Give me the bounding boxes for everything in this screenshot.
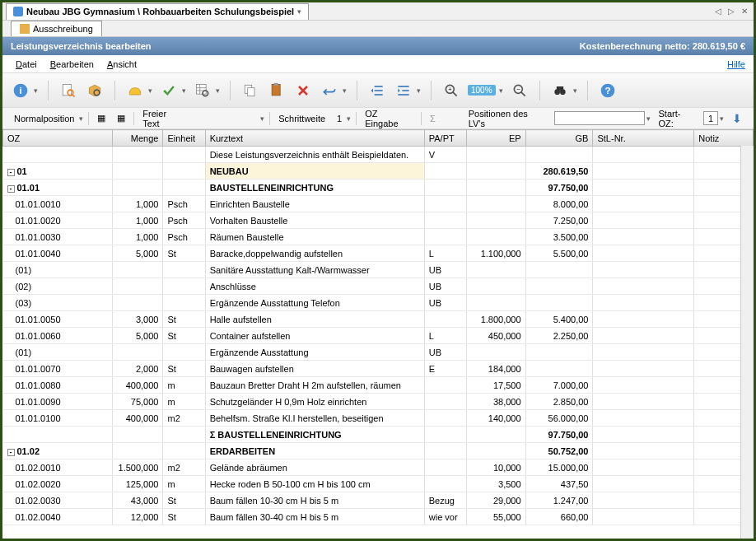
cell-menge[interactable]: 125,000 — [113, 476, 163, 492]
cell-ep[interactable] — [466, 147, 525, 163]
cube-search-icon[interactable] — [85, 81, 105, 100]
cell-ep[interactable]: 1.800,000 — [466, 311, 525, 328]
cell-stl[interactable] — [593, 476, 694, 492]
cell-oz[interactable]: 01.02.0020 — [3, 476, 113, 492]
cell-einheit[interactable]: St — [163, 492, 205, 509]
cell-oz[interactable]: 01.01.0040 — [3, 245, 113, 262]
cell-oz[interactable]: 01.01.0010 — [3, 196, 113, 212]
menu-bearbeiten[interactable]: Bearbeiten — [45, 58, 99, 71]
grid-search-icon[interactable] — [193, 81, 212, 100]
cell-menge[interactable] — [113, 262, 163, 278]
cell-papt[interactable]: UB — [424, 262, 466, 278]
cell-oz[interactable]: 01.01.0020 — [3, 212, 113, 229]
cell-oz[interactable]: 01.02.0030 — [3, 492, 113, 509]
cell-stl[interactable] — [593, 459, 694, 476]
cell-gb[interactable]: 3.500,00 — [525, 229, 593, 245]
cell-stl[interactable] — [593, 163, 694, 180]
cell-kurztext[interactable]: Einrichten Baustelle — [205, 196, 424, 212]
info-icon[interactable]: i — [11, 81, 30, 100]
cell-stl[interactable] — [593, 377, 694, 394]
cell-ep[interactable] — [466, 262, 525, 278]
doc-search-icon[interactable] — [58, 81, 78, 100]
cell-ep[interactable] — [466, 212, 525, 229]
cell-oz[interactable]: 01.01.0090 — [3, 394, 113, 410]
table-row[interactable]: 01.01.00301,000PschRäumen Baustelle3.500… — [3, 229, 754, 245]
table-row[interactable]: 01.01.00101,000PschEinrichten Baustelle8… — [3, 196, 754, 212]
table-row[interactable]: 01.01.00702,000StBauwagen aufstellenE184… — [3, 361, 754, 377]
cell-ep[interactable]: 29,000 — [466, 492, 525, 509]
cell-gb[interactable]: 280.619,50 — [525, 163, 593, 180]
cell-gb[interactable]: 50.752,00 — [525, 443, 593, 459]
cell-kurztext[interactable]: Container aufstellen — [205, 328, 424, 344]
cell-ep[interactable] — [466, 180, 525, 196]
cell-stl[interactable] — [593, 180, 694, 196]
cell-oz[interactable]: -01.02 — [3, 443, 113, 459]
cell-kurztext[interactable]: Sanitäre Ausstattung Kalt-/Warmwasser — [205, 262, 424, 278]
table-row[interactable]: 01.01.00201,000PschVorhalten Baustelle7.… — [3, 212, 754, 229]
cell-oz[interactable]: 01.01.0080 — [3, 377, 113, 394]
cell-papt[interactable] — [424, 196, 466, 212]
cell-stl[interactable] — [593, 147, 694, 163]
menu-datei[interactable]: Datei — [11, 58, 42, 71]
cell-ep[interactable] — [466, 229, 525, 245]
cell-menge[interactable] — [113, 344, 163, 361]
cell-einheit[interactable]: Psch — [163, 196, 205, 212]
subtab-ausschreibung[interactable]: Ausschreibung — [11, 21, 102, 36]
opt-schrittweite-val[interactable]: 1 — [334, 112, 345, 125]
tab-close-icon[interactable]: ✕ — [739, 6, 750, 17]
cell-oz[interactable]: (03) — [3, 295, 113, 311]
cell-ep[interactable]: 3,500 — [466, 476, 525, 492]
dropdown-icon[interactable]: ▾ — [573, 86, 577, 95]
cell-papt[interactable] — [424, 476, 466, 492]
cell-stl[interactable] — [593, 311, 694, 328]
dropdown-icon[interactable]: ▾ — [499, 86, 503, 95]
cell-papt[interactable] — [424, 394, 466, 410]
cell-stl[interactable] — [593, 443, 694, 459]
cell-gb[interactable]: 1.247,00 — [525, 492, 593, 509]
hardhat-icon[interactable] — [125, 81, 145, 100]
cell-einheit[interactable]: St — [163, 328, 205, 344]
cell-menge[interactable]: 400,000 — [113, 377, 163, 394]
check-icon[interactable] — [159, 81, 179, 100]
dropdown-icon[interactable]: ▾ — [347, 114, 351, 123]
cell-oz[interactable] — [3, 427, 113, 443]
indent-icon[interactable] — [394, 81, 413, 100]
cell-kurztext[interactable]: Behelfsm. Straße Kl.I herstellen, beseit… — [205, 410, 424, 427]
cell-oz[interactable]: 01.01.0050 — [3, 311, 113, 328]
cell-kurztext[interactable]: Vorhalten Baustelle — [205, 212, 424, 229]
cell-stl[interactable] — [593, 278, 694, 295]
dropdown-icon[interactable]: ▾ — [34, 86, 38, 95]
cell-menge[interactable]: 43,000 — [113, 492, 163, 509]
table-row[interactable]: (03)Ergänzende Ausstattung TelefonUB — [3, 295, 754, 311]
cell-ep[interactable] — [466, 443, 525, 459]
cell-gb[interactable]: 7.000,00 — [525, 377, 593, 394]
cell-gb[interactable]: 2.250,00 — [525, 328, 593, 344]
cell-menge[interactable] — [113, 278, 163, 295]
cell-ep[interactable]: 140,000 — [466, 410, 525, 427]
cell-kurztext[interactable]: Baum fällen 30-40 cm H bis 5 m — [205, 509, 424, 525]
cell-menge[interactable] — [113, 443, 163, 459]
cell-einheit[interactable]: Psch — [163, 212, 205, 229]
cell-oz[interactable] — [3, 147, 113, 163]
cell-papt[interactable] — [424, 443, 466, 459]
cell-stl[interactable] — [593, 262, 694, 278]
cell-papt[interactable] — [424, 180, 466, 196]
paste-icon[interactable] — [267, 81, 287, 100]
cell-einheit[interactable]: St — [163, 361, 205, 377]
cell-einheit[interactable]: St — [163, 245, 205, 262]
zoom-out-icon[interactable]: − — [510, 81, 530, 100]
positionen-input[interactable] — [554, 111, 645, 125]
cell-einheit[interactable]: m — [163, 476, 205, 492]
cell-einheit[interactable] — [163, 443, 205, 459]
cell-einheit[interactable] — [163, 295, 205, 311]
table-row[interactable]: (01)Sanitäre Ausstattung Kalt-/Warmwasse… — [3, 262, 754, 278]
cell-stl[interactable] — [593, 212, 694, 229]
cell-oz[interactable]: (02) — [3, 278, 113, 295]
cell-kurztext[interactable]: Ergänzende Ausstattung — [205, 344, 424, 361]
cell-oz[interactable]: 01.02.0010 — [3, 459, 113, 476]
table-row[interactable]: -01.01BAUSTELLENEINRICHTUNG97.750,00 — [3, 180, 754, 196]
cell-menge[interactable]: 1,000 — [113, 196, 163, 212]
cell-ep[interactable] — [466, 196, 525, 212]
dropdown-icon[interactable]: ▾ — [343, 86, 347, 95]
cell-oz[interactable]: 01.01.0060 — [3, 328, 113, 344]
